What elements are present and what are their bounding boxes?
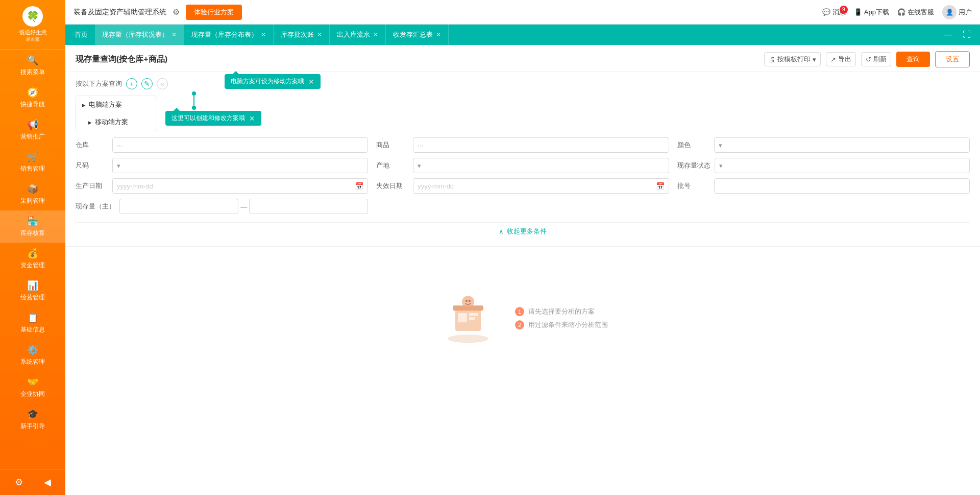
logo-text: 畅通好生意 标准版 (19, 29, 47, 43)
tab-minimize-icon[interactable]: — (941, 29, 955, 40)
sales-icon: 🛒 (27, 151, 38, 162)
connector-dot-bottom (192, 106, 196, 110)
color-input[interactable]: ▾ (714, 137, 970, 153)
tab-maximize-icon[interactable]: ⛶ (960, 29, 974, 40)
sidebar-item-sales[interactable]: 🛒 销售管理 (0, 146, 65, 178)
sidebar-item-inventory[interactable]: 🏪 库存核算 (0, 210, 65, 243)
tab-close-recv-send[interactable]: ✕ (436, 31, 441, 38)
sidebar-item-basic[interactable]: 📋 基础信息 (0, 307, 65, 339)
sidebar-item-system[interactable]: ⚙️ 系统管理 (0, 339, 65, 371)
sidebar-item-nav[interactable]: 🧭 快捷导航 (0, 82, 65, 114)
template-print-btn[interactable]: 🖨 按模板打印 ▾ (764, 52, 821, 66)
topbar-settings-icon[interactable]: ⚙ (173, 7, 180, 17)
size-label: 尺码 (76, 161, 108, 170)
experience-btn[interactable]: 体验行业方案 (186, 5, 242, 20)
reset-btn[interactable]: 设置 (935, 51, 970, 67)
operations-icon: 📊 (27, 280, 38, 291)
sidebar-item-purchase[interactable]: 📦 采购管理 (0, 178, 65, 210)
refresh-btn[interactable]: ↺ 刷新 (861, 52, 891, 66)
inventory-icon: 🏪 (27, 216, 38, 227)
online-support-btn[interactable]: 🎧 在线客服 (897, 8, 934, 17)
user-btn[interactable]: 👤 用户 (942, 5, 972, 19)
page-title: 现存量查询(按仓库+商品) (76, 54, 167, 65)
tab-inventory-dist[interactable]: 现存量（库存分布表） ✕ (184, 25, 274, 45)
step1-num: 1 (515, 307, 524, 316)
tab-close-inventory-status[interactable]: ✕ (172, 31, 177, 38)
product-row: 商品 ··· (376, 137, 669, 153)
calendar-icon-exp[interactable]: 📅 (656, 182, 665, 190)
prev-scheme-btn[interactable]: « (157, 78, 168, 89)
expiry-date-input[interactable]: yyyy-mm-dd 📅 (413, 178, 669, 194)
export-btn[interactable]: ↗ 导出 (826, 52, 856, 66)
svg-point-8 (469, 300, 471, 302)
scheme-item-mobile[interactable]: ▸ 移动端方案 (76, 113, 157, 131)
product-input[interactable]: ··· (413, 137, 669, 153)
marketing-icon: 📢 (27, 119, 38, 130)
message-btn[interactable]: 💬 消息 9 (822, 8, 846, 17)
sidebar-item-marketing[interactable]: 📢 营销推广 (0, 114, 65, 146)
calendar-icon-prod[interactable]: 📅 (355, 182, 363, 190)
svg-rect-4 (469, 313, 478, 316)
tab-recv-send[interactable]: 收发存汇总表 ✕ (386, 25, 449, 45)
origin-input[interactable]: ▾ (413, 158, 669, 173)
tab-inout-flow[interactable]: 出入库流水 ✕ (330, 25, 386, 45)
stock-main-row: 现存量（主） — (76, 199, 368, 214)
tab-close-batch-account[interactable]: ✕ (317, 31, 322, 38)
sidebar-item-guide[interactable]: 🎓 新手引导 (0, 404, 65, 436)
svg-point-7 (465, 300, 468, 302)
page-actions: 🖨 按模板打印 ▾ ↗ 导出 ↺ 刷新 查询 设置 (764, 51, 970, 67)
mobile-icon: 📱 (854, 8, 862, 16)
tab-close-inout-flow[interactable]: ✕ (373, 31, 378, 38)
system-icon: ⚙️ (27, 344, 38, 356)
refresh-icon: ↺ (866, 56, 871, 63)
dropdown-arrow-size: ▾ (117, 162, 120, 170)
add-scheme-btn[interactable]: + (126, 78, 137, 89)
query-btn[interactable]: 查询 (896, 52, 930, 67)
empty-step-2: 2 用过滤条件来缩小分析范围 (515, 320, 608, 329)
stock-main-max[interactable] (249, 199, 368, 214)
size-input[interactable]: ▾ (112, 158, 368, 173)
sidebar-item-enterprise[interactable]: 🤝 企业协同 (0, 371, 65, 404)
sidebar-item-finance[interactable]: 💰 资金管理 (0, 243, 65, 275)
filter-section: 按以下方案查询 + ✎ « 电脑方案可设为移动方案哦 ✕ ▸ 电 (65, 72, 980, 247)
ellipsis-icon: ··· (117, 142, 122, 149)
tab-close-inventory-dist[interactable]: ✕ (261, 31, 266, 38)
sidebar-logo: 🍀 畅通好生意 标准版 (0, 0, 65, 50)
connector-dot-top (192, 91, 196, 96)
warehouse-input[interactable]: ··· (112, 137, 368, 153)
production-date-input[interactable]: yyyy-mm-dd 📅 (112, 178, 368, 194)
stock-status-input[interactable]: ▾ (715, 158, 970, 173)
scheme-item-pc[interactable]: ▸ 电脑端方案 (76, 96, 157, 113)
topbar: 装备及固定资产辅助管理系统 ⚙ 体验行业方案 💬 消息 9 📱 App下载 🎧 … (65, 0, 980, 25)
print-dropdown-icon: ▾ (813, 56, 816, 63)
edit-scheme-btn[interactable]: ✎ (141, 78, 153, 89)
message-icon: 💬 (822, 8, 830, 16)
collapse-sidebar-icon[interactable]: ◀ (42, 475, 53, 490)
scheme-list-area: ▸ 电脑端方案 ▸ 移动端方案 这里可以创建和修改方案哦 ✕ (76, 96, 970, 131)
guide-icon: 🎓 (27, 409, 38, 420)
tab-inventory-status[interactable]: 现存量（库存状况表） ✕ (95, 25, 184, 45)
ellipsis-icon2: ··· (418, 142, 423, 149)
tab-home[interactable]: 首页 (67, 25, 95, 45)
page-inner: 现存量查询(按仓库+商品) 🖨 按模板打印 ▾ ↗ 导出 ↺ 刷新 (65, 45, 980, 495)
form-grid: 仓库 ··· 商品 ··· 颜色 ▾ (76, 137, 970, 218)
tab-batch-account[interactable]: 库存批次账 ✕ (274, 25, 330, 45)
step2-num: 2 (515, 320, 524, 329)
sidebar-item-operations[interactable]: 📊 经营管理 (0, 275, 65, 307)
message-badge: 9 (840, 6, 848, 14)
collapse-more-btn[interactable]: ∧ 收起更多条件 (76, 222, 970, 240)
scheme-tooltip-close[interactable]: ✕ (308, 78, 314, 86)
scheme-tooltip: 电脑方案可设为移动方案哦 ✕ (225, 74, 321, 89)
app-download-btn[interactable]: 📱 App下载 (854, 8, 889, 17)
batch-input[interactable] (714, 178, 970, 194)
settings-bottom-icon[interactable]: ⚙ (13, 475, 25, 490)
finance-icon: 💰 (27, 248, 38, 259)
expand-icon: ▸ (82, 101, 86, 109)
edit-tooltip-close[interactable]: ✕ (249, 114, 255, 123)
origin-row: 产地 ▾ (376, 158, 669, 173)
stock-main-min[interactable] (119, 199, 238, 214)
edit-scheme-tooltip: 这里可以创建和修改方案哦 ✕ (165, 111, 261, 126)
sidebar-item-search[interactable]: 🔍 搜索菜单 (0, 50, 65, 82)
nav-icon: 🧭 (27, 87, 38, 98)
search-icon: 🔍 (27, 55, 38, 66)
